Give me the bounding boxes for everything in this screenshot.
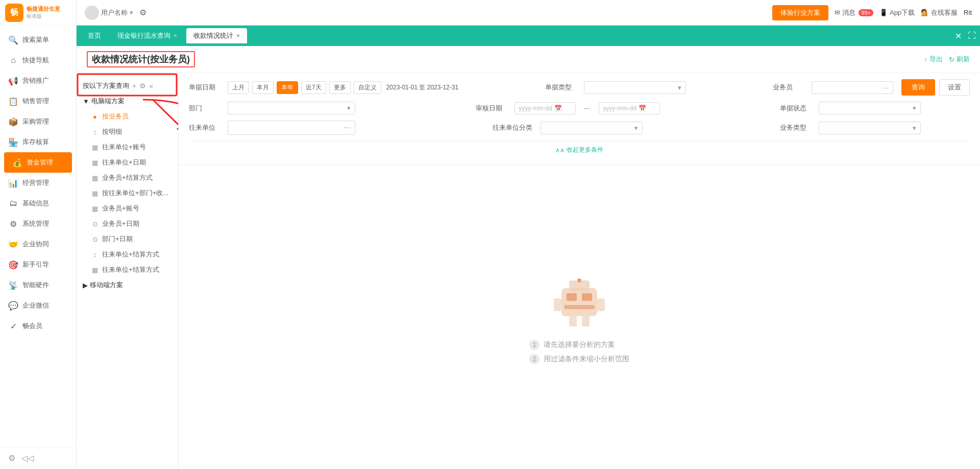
svg-rect-7	[564, 305, 595, 309]
empty-tip-2: 2 用过滤条件来缩小分析范围	[529, 354, 629, 364]
date-btn-custom[interactable]: 自定义	[354, 81, 381, 94]
date-btn-last-month[interactable]: 上月	[228, 81, 249, 94]
scheme-item-partner-dept[interactable]: ▦ 按往来单位+部门+收...	[77, 185, 178, 201]
settings-footer-icon[interactable]: ⚙	[8, 453, 15, 463]
sidebar-item-enterprise[interactable]: 🤝 企业协同	[0, 234, 76, 254]
sidebar-item-member[interactable]: ✓ 畅会员	[0, 316, 76, 336]
sidebar-item-smart[interactable]: 📡 智能硬件	[0, 275, 76, 295]
scheme-item-salesperson-account[interactable]: ▦ 业务员+账号	[77, 201, 178, 216]
sidebar-item-marketing[interactable]: 📢 营销推广	[0, 71, 76, 91]
close-window-icon[interactable]: ✕	[955, 31, 962, 41]
pc-scheme-group-title[interactable]: ▼ 电脑端方案	[77, 93, 178, 109]
main-area: 用户名称 ▾ ⚙ 体验行业方案 ✉ 消息 99+ 📱 App下载 💁 在线客服 …	[77, 0, 980, 469]
collapse-sidebar-icon[interactable]: ◁◁	[21, 453, 34, 463]
sidebar-item-newbie[interactable]: 🎯 新手引导	[0, 254, 76, 275]
partner-more-icon[interactable]: ···	[344, 123, 351, 132]
tab-bank[interactable]: 现金银行流水查询 ×	[110, 28, 184, 43]
collapse-filter-bar[interactable]: ∧∧ 收起更多条件	[189, 141, 970, 158]
sidebar-item-wechat[interactable]: 💬 企业微信	[0, 295, 76, 316]
left-panel-header: 按以下方案查询 + ⚙ «	[77, 78, 178, 93]
tab-home[interactable]: 首页	[81, 28, 108, 43]
sidebar-item-system[interactable]: ⚙ 系统管理	[0, 214, 76, 234]
tab-collection[interactable]: 收款情况统计 ×	[186, 28, 247, 43]
export-button[interactable]: ↑ 导出	[924, 55, 943, 64]
partner-label: 往来单位	[189, 123, 219, 132]
partner-category-select[interactable]: ▾	[541, 122, 643, 134]
inventory-icon: 🏪	[8, 137, 18, 147]
query-button[interactable]: 查询	[901, 79, 935, 96]
empty-tips: 1 请先选择要分析的方案 2 用过滤条件来缩小分析范围	[529, 340, 629, 364]
collection-tab-close[interactable]: ×	[236, 32, 240, 39]
doc-type-chevron: ▾	[678, 84, 681, 91]
partner-account-icon: ▦	[91, 143, 99, 151]
sidebar-navigation: 🔍 搜索菜单 ⌂ 快捷导航 📢 营销推广 📋 销售管理 📦 采购管理 🏪 库存核…	[0, 26, 76, 447]
date-label: 单据日期	[189, 83, 219, 92]
message-action[interactable]: ✉ 消息 99+	[835, 8, 873, 17]
date-btn-this-year[interactable]: 本年	[277, 81, 298, 94]
date-btn-7days[interactable]: 近7天	[301, 81, 326, 94]
page-header-actions: ↑ 导出 ↻ 刷新	[924, 55, 970, 64]
scheme-item-dept-date[interactable]: ⊙ 部门+日期	[77, 231, 178, 247]
home-tab-label: 首页	[88, 31, 101, 40]
date-btn-more[interactable]: 更多	[329, 81, 351, 94]
user-dropdown-icon[interactable]: ▾	[130, 9, 133, 16]
tabs-bar: 首页 现金银行流水查询 × 收款情况统计 × ✕ ⛶	[77, 26, 980, 46]
svg-rect-6	[582, 293, 592, 301]
date-range-display: 2023-01-01 至 2023-12-31	[386, 83, 458, 92]
scheme-item-by-salesperson[interactable]: ● 按业务员	[77, 109, 178, 124]
message-icon: ✉	[835, 9, 840, 16]
salesperson-select[interactable]: ···	[812, 81, 893, 94]
bank-tab-label: 现金银行流水查询	[117, 31, 170, 40]
filter-row-1: 单据日期 上月 本月 本年 近7天 更多 自定义 2023-01-01 至 20…	[189, 79, 970, 96]
pc-scheme-group: ▼ 电脑端方案 ● 按业务员 ↕ 按明细 ▦ 往来单位+账号 ▦ 往来单位+	[77, 93, 178, 277]
download-icon: 📱	[879, 9, 888, 16]
review-date-end[interactable]: yyyy-mm-dd 📅	[599, 102, 660, 114]
scheme-item-partner-account[interactable]: ▦ 往来单位+账号	[77, 139, 178, 155]
scheme-item-partner-date[interactable]: ▦ 往来单位+日期	[77, 155, 178, 170]
doc-status-chevron: ▾	[913, 104, 916, 112]
biz-type-chevron: ▾	[913, 124, 916, 132]
collapse-panel-button[interactable]: «	[149, 82, 153, 90]
review-date-start[interactable]: yyyy-mm-dd 📅	[514, 102, 576, 114]
calendar-icon: 📅	[554, 105, 562, 112]
scheme-settings-button[interactable]: ⚙	[139, 82, 146, 90]
dept-select[interactable]: ▾	[228, 102, 355, 114]
bank-tab-close[interactable]: ×	[174, 32, 177, 39]
tip-num-1: 1	[529, 340, 540, 350]
biz-type-select[interactable]: ▾	[819, 122, 921, 134]
add-scheme-button[interactable]: +	[132, 82, 136, 90]
wechat-icon: 💬	[8, 300, 18, 311]
sidebar-item-quick-nav[interactable]: ⌂ 快捷导航	[0, 50, 76, 71]
trial-solution-button[interactable]: 体验行业方案	[772, 5, 828, 20]
mobile-scheme-group-title[interactable]: ▶ 移动端方案	[77, 277, 178, 293]
partner-select[interactable]: ···	[228, 121, 355, 135]
scheme-item-partner-settlement[interactable]: ↕ 往来单位+结算方式	[77, 247, 178, 262]
online-service-action[interactable]: 💁 在线客服	[921, 8, 958, 17]
setting-button[interactable]: 设置	[939, 79, 970, 96]
scheme-item-salesperson-date[interactable]: ⊙ 业务员+日期	[77, 216, 178, 231]
doc-type-select[interactable]: ▾	[584, 81, 686, 94]
user-avatar	[85, 6, 99, 20]
salesperson-label: 业务员	[773, 83, 803, 92]
empty-state-icon	[549, 270, 610, 332]
sidebar-item-basic[interactable]: 🗂 基础信息	[0, 193, 76, 214]
sidebar-item-purchase[interactable]: 📦 采购管理	[0, 111, 76, 132]
doc-status-select[interactable]: ▾	[819, 102, 921, 114]
scheme-item-salesperson-settlement[interactable]: ▦ 业务员+结算方式	[77, 170, 178, 185]
detail-scheme-icon: ↕	[91, 128, 99, 136]
scheme-item-partner-settlement2[interactable]: ▦ 往来单位+结算方式	[77, 262, 178, 277]
sidebar-item-inventory[interactable]: 🏪 库存核算	[0, 132, 76, 152]
sidebar-item-sales[interactable]: 📋 销售管理	[0, 91, 76, 111]
expand-window-icon[interactable]: ⛶	[968, 31, 976, 40]
refresh-button[interactable]: ↻ 刷新	[949, 55, 970, 64]
date-btn-this-month[interactable]: 本月	[252, 81, 274, 94]
left-panel-title: 按以下方案查询	[83, 81, 129, 90]
sidebar-item-finance[interactable]: 💰 资金管理	[4, 152, 72, 173]
scheme-item-by-detail[interactable]: ↕ 按明细	[77, 124, 178, 139]
system-icon: ⚙	[8, 219, 18, 229]
settings-topbar-icon[interactable]: ⚙	[139, 8, 146, 17]
salesperson-account-icon: ▦	[91, 204, 99, 213]
app-download-action[interactable]: 📱 App下载	[879, 8, 915, 17]
sidebar-item-search[interactable]: 🔍 搜索菜单	[0, 30, 76, 50]
sidebar-item-operations[interactable]: 📊 经营管理	[0, 173, 76, 193]
